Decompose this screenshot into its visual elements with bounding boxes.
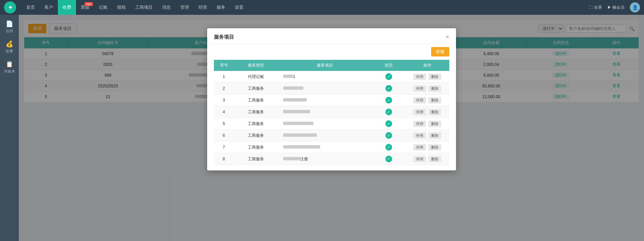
modal-cell-status: ✓ [372,106,406,118]
delete-button[interactable]: 删除 [428,121,441,127]
modal-cell-type: 工商服务 [234,118,278,130]
nav-business[interactable]: 经营 [194,0,212,15]
stop-button[interactable]: 停用 [413,132,426,139]
modal-header: 服务项目 × [207,28,456,44]
modal-cell-status: ✓ [372,71,406,83]
delete-button[interactable]: 删除 [428,156,441,162]
modal-cell-ops: 停用 删除 [406,106,449,118]
nav-tax[interactable]: 报税 [112,0,130,15]
nav-customer[interactable]: 客户 [40,0,58,15]
modal-cell-ops: 停用 删除 [406,71,449,83]
modal-cell-ops: 停用 删除 [406,130,449,142]
status-check-icon: ✓ [385,109,392,115]
delete-button[interactable]: 删除 [428,85,441,92]
modal-body: 序号 服务类型 服务项目 状态 操作 1 代理记账 1 ✓ 停用 删除 [207,60,456,170]
sidebar-item-statement[interactable]: 📋 对账单 [1,58,18,77]
list-item: 2 工商服务 ✓ 停用 删除 [214,83,449,94]
modal-cell-item [278,94,372,106]
status-check-icon: ✓ [385,120,392,127]
delete-button[interactable]: 删除 [428,109,441,115]
modal-cell-type: 工商服务 [234,142,278,153]
modal-cell-item [278,83,372,94]
status-check-icon: ✓ [385,85,392,92]
stop-button[interactable]: 停用 [413,97,426,104]
modal-cell-status: ✓ [372,142,406,153]
main-layout: 📄 合同 💰 收费 📋 对账单 新增 服务项目 进行中 全部 已结束 [0,15,644,241]
modal-overlay[interactable]: 服务项目 × 新建 序号 服务类型 服务项目 状态 [19,15,644,241]
modal-cell-seq: 7 [214,142,234,153]
fullscreen-button[interactable]: ⛶ 全屏 [589,5,602,10]
modal-cell-ops: 停用 删除 [406,153,449,165]
modal-close-button[interactable]: × [446,34,449,41]
list-item: 7 工商服务 ✓ 停用 删除 [214,142,449,153]
stop-button[interactable]: 停用 [413,85,426,92]
modal-cell-ops: 停用 删除 [406,142,449,153]
nav-settings[interactable]: 设置 [230,0,248,15]
modal-col-item: 服务项目 [278,60,372,71]
modal-cell-seq: 2 [214,83,234,94]
fee-icon: 💰 [6,40,13,48]
status-check-icon: ✓ [385,132,392,139]
user-avatar[interactable]: 👤 [630,2,640,12]
app-logo: ✦ [4,1,16,13]
modal-cell-seq: 4 [214,106,234,118]
modal-cell-type: 工商服务 [234,106,278,118]
modal-new-button[interactable]: 新建 [431,47,449,56]
delete-button[interactable]: 删除 [428,97,441,104]
service-table: 序号 服务类型 服务项目 状态 操作 1 代理记账 1 ✓ 停用 删除 [214,60,449,165]
nav-home[interactable]: 首页 [22,0,40,15]
nav-manage[interactable]: 管理 [176,0,194,15]
stop-button[interactable]: 停用 [413,156,426,162]
modal-col-type: 服务类型 [234,60,278,71]
modal-cell-type: 工商服务 [234,83,278,94]
list-item: 5 工商服务 ✓ 停用 删除 [214,118,449,130]
statement-icon: 📋 [6,61,13,68]
modal-cell-ops: 停用 删除 [406,83,449,94]
sidebar-item-contract[interactable]: 📄 合同 [1,17,18,36]
list-item: 6 工商服务 ✓ 停用 删除 [214,130,449,142]
list-item: 1 代理记账 1 ✓ 停用 删除 [214,71,449,83]
nav-industrial[interactable]: 工商项目 [130,0,157,15]
status-check-icon: ✓ [385,97,392,104]
status-check-icon: ✓ [385,73,392,80]
list-item: 4 工商服务 ✓ 停用 删除 [214,106,449,118]
stop-button[interactable]: 停用 [413,144,426,151]
nav-bookkeeping[interactable]: 记账 [94,0,112,15]
delete-button[interactable]: 删除 [428,144,441,151]
modal-cell-type: 工商服务 [234,94,278,106]
modal-cell-ops: 停用 删除 [406,94,449,106]
modal-cell-seq: 5 [214,118,234,130]
modal-cell-type: 代理记账 [234,71,278,83]
stop-button[interactable]: 停用 [413,74,426,80]
modal-cell-item: 1 [278,71,372,83]
nav-fee[interactable]: 收费 [58,0,76,15]
modal-cell-seq: 3 [214,94,234,106]
modal-cell-item [278,106,372,118]
new-badge: new [84,2,93,6]
stop-button[interactable]: 停用 [413,121,426,127]
modal-toolbar: 新建 [207,44,456,60]
modal-cell-item [278,142,372,153]
modal-col-ops: 操作 [406,60,449,71]
modal-cell-ops: 停用 删除 [406,118,449,130]
modal-cell-type: 工商服务 [234,130,278,142]
modal-cell-status: ✓ [372,118,406,130]
stop-button[interactable]: 停用 [413,109,426,115]
modal-title: 服务项目 [214,34,234,40]
sidebar-item-fee[interactable]: 💰 收费 [1,38,18,56]
list-item: 8 工商服务 注册 ✓ 停用 删除 [214,153,449,165]
delete-button[interactable]: 删除 [428,132,441,139]
nav-service[interactable]: 服务 [212,0,230,15]
modal-cell-status: ✓ [372,153,406,165]
top-navigation: ✦ 首页 客户 收费 票据 new 记账 报税 工商项目 消息 管理 经营 服务… [0,0,644,15]
modal-cell-status: ✓ [372,130,406,142]
modal-col-seq: 序号 [214,60,234,71]
list-item: 3 工商服务 ✓ 停用 删除 [214,94,449,106]
left-sidebar: 📄 合同 💰 收费 📋 对账单 [0,15,19,241]
nav-invoice[interactable]: 票据 new [76,0,94,15]
contract-icon: 📄 [6,20,13,28]
status-check-icon: ✓ [385,156,392,162]
nav-message[interactable]: 消息 [157,0,176,15]
delete-button[interactable]: 删除 [428,74,441,80]
member-button[interactable]: ▶ 畅会员 [607,5,624,10]
